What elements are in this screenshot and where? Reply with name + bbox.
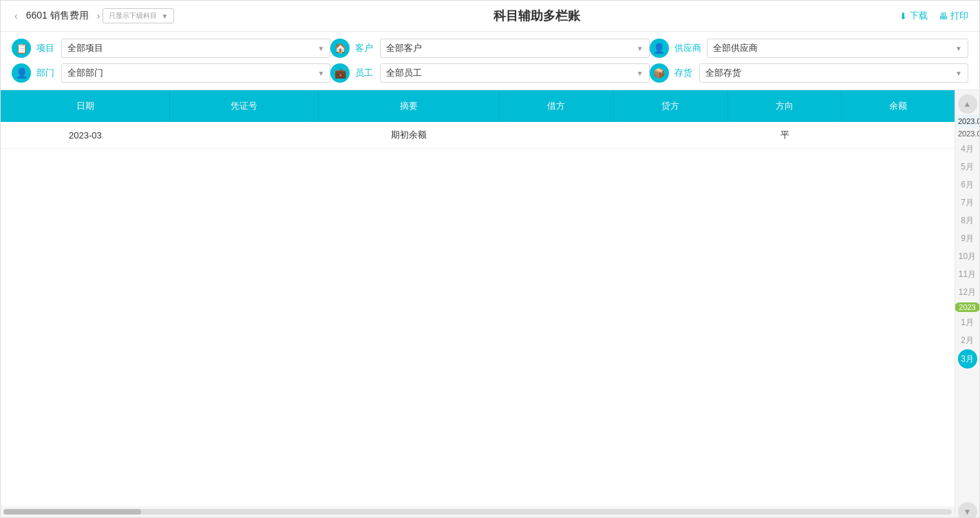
- table-row[interactable]: 2023-03 期初余额 平: [1, 122, 955, 149]
- month-10[interactable]: 10月: [958, 247, 977, 265]
- table-body: 2023-03 期初余额 平: [1, 122, 955, 149]
- sub-account-label: 只显示下级科目: [109, 11, 157, 21]
- month-12[interactable]: 12月: [958, 283, 977, 301]
- scroll-up-btn[interactable]: ▲: [958, 94, 977, 114]
- department-icon: 👤: [12, 63, 31, 83]
- employee-select[interactable]: 全部员工 ▼: [380, 63, 649, 83]
- employee-icon: 💼: [330, 63, 350, 83]
- inventory-label: 存货: [674, 67, 694, 79]
- account-code: 6601 销售费用: [26, 10, 89, 22]
- col-date: 日期: [1, 90, 170, 122]
- period-item-2023-03-sub[interactable]: 2023.03: [955, 127, 979, 140]
- inventory-icon: 📦: [650, 63, 669, 83]
- table-header: 日期 凭证号 摘要 借方 贷方 方向 余额: [1, 90, 955, 122]
- month-2[interactable]: 2月: [958, 331, 977, 349]
- month-6[interactable]: 6月: [958, 176, 977, 194]
- project-icon: 📋: [12, 39, 31, 58]
- filter-department: 👤 部门 全部部门 ▼: [12, 63, 330, 83]
- customer-select[interactable]: 全部客户 ▼: [380, 39, 649, 58]
- horizontal-scrollbar[interactable]: [1, 506, 955, 517]
- action-buttons: ⬇ 下载 🖶 打印: [899, 10, 968, 22]
- h-scrollbar-thumb[interactable]: [3, 509, 141, 515]
- employee-label: 员工: [355, 67, 374, 79]
- print-button[interactable]: 🖶 打印: [939, 10, 968, 22]
- month-9[interactable]: 9月: [958, 229, 977, 247]
- cell-summary: 期初余额: [319, 122, 499, 149]
- supplier-select[interactable]: 全部供应商 ▼: [707, 39, 968, 58]
- print-label: 打印: [950, 10, 968, 22]
- month-4[interactable]: 4月: [958, 140, 977, 158]
- month-8[interactable]: 8月: [958, 211, 977, 229]
- col-voucher: 凭证号: [170, 90, 319, 122]
- chevron-down-icon: ▼: [317, 70, 324, 77]
- cell-credit: [613, 122, 727, 149]
- prev-account-btn[interactable]: ‹: [12, 9, 21, 23]
- main-content: 日期 凭证号 摘要 借方 贷方 方向 余额 2023-03 期初余额: [1, 90, 979, 518]
- download-icon: ⬇: [899, 11, 907, 21]
- filter-supplier: 👤 供应商 全部供应商 ▼: [650, 39, 968, 58]
- table-area[interactable]: 日期 凭证号 摘要 借方 贷方 方向 余额 2023-03 期初余额: [1, 90, 955, 518]
- chevron-down-icon: ▼: [637, 45, 643, 52]
- period-sidebar: ▲ 2023.03 2023.03 4月 5月 6月 7月 8月 9月 10月 …: [955, 90, 979, 518]
- supplier-label: 供应商: [674, 42, 701, 54]
- chevron-down-icon: ▼: [161, 12, 168, 20]
- month-5[interactable]: 5月: [958, 158, 977, 176]
- main-window: ‹ 6601 销售费用 › 只显示下级科目 ▼ 科目辅助多栏账 ⬇ 下载 🖶 打…: [0, 0, 980, 518]
- chevron-down-icon: ▼: [637, 70, 643, 77]
- chevron-down-icon: ▼: [955, 70, 962, 77]
- department-label: 部门: [36, 67, 56, 79]
- customer-icon: 🏠: [330, 39, 350, 58]
- cell-date: 2023-03: [1, 122, 170, 149]
- filter-project: 📋 项目 全部项目 ▼: [12, 39, 330, 58]
- cell-voucher: [170, 122, 319, 149]
- cell-debit: [499, 122, 613, 149]
- month-11[interactable]: 11月: [958, 265, 977, 283]
- header: ‹ 6601 销售费用 › 只显示下级科目 ▼ 科目辅助多栏账 ⬇ 下载 🖶 打…: [1, 1, 979, 32]
- chevron-down-icon: ▼: [317, 45, 324, 52]
- sub-account-filter[interactable]: 只显示下级科目 ▼: [103, 8, 174, 23]
- col-debit: 借方: [499, 90, 613, 122]
- project-label: 项目: [36, 42, 56, 54]
- inventory-select[interactable]: 全部存货 ▼: [699, 63, 968, 83]
- month-7[interactable]: 7月: [958, 194, 977, 211]
- supplier-icon: 👤: [650, 39, 669, 58]
- period-item-2023-03-top[interactable]: 2023.03: [955, 115, 979, 127]
- col-balance: 余额: [842, 90, 955, 122]
- department-select[interactable]: 全部部门 ▼: [61, 63, 330, 83]
- cell-direction: 平: [727, 122, 842, 149]
- page-title: 科目辅助多栏账: [174, 8, 899, 24]
- col-summary: 摘要: [319, 90, 499, 122]
- ledger-table: 日期 凭证号 摘要 借方 贷方 方向 余额 2023-03 期初余额: [1, 90, 955, 149]
- project-select[interactable]: 全部项目 ▼: [61, 39, 330, 58]
- year-badge-2023[interactable]: 2023: [955, 302, 979, 312]
- filters-area: 📋 项目 全部项目 ▼ 🏠 客户 全部客户 ▼ 👤 供应商 全部供应商 ▼: [1, 32, 979, 90]
- col-direction: 方向: [727, 90, 842, 122]
- next-account-btn[interactable]: ›: [94, 9, 103, 23]
- download-button[interactable]: ⬇ 下载: [899, 10, 928, 22]
- cell-balance: [842, 122, 955, 149]
- h-scrollbar-track[interactable]: [3, 509, 952, 515]
- download-label: 下载: [910, 10, 928, 22]
- month-3-active[interactable]: 3月: [958, 349, 977, 369]
- customer-label: 客户: [355, 42, 374, 54]
- filter-customer: 🏠 客户 全部客户 ▼: [330, 39, 649, 58]
- filter-employee: 💼 员工 全部员工 ▼: [330, 63, 649, 83]
- filter-inventory: 📦 存货 全部存货 ▼: [650, 63, 968, 83]
- print-icon: 🖶: [939, 11, 948, 21]
- scroll-down-btn[interactable]: ▼: [958, 502, 977, 518]
- month-1[interactable]: 1月: [958, 313, 977, 331]
- col-credit: 贷方: [613, 90, 727, 122]
- chevron-down-icon: ▼: [955, 45, 962, 52]
